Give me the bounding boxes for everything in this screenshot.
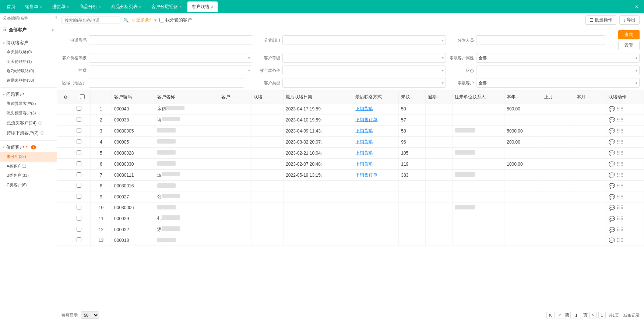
- close-tab-purchase[interactable]: ×: [67, 5, 69, 9]
- first-page-btn[interactable]: K: [546, 312, 554, 318]
- export-button[interactable]: ↓ 导出: [619, 15, 640, 25]
- select-all-checkbox[interactable]: [80, 94, 85, 99]
- my-customers-checkbox[interactable]: 我分管的客户: [159, 17, 192, 23]
- row-checkbox[interactable]: [77, 237, 81, 242]
- col-settings[interactable]: ⚙: [57, 91, 74, 103]
- sidebar-all-customers[interactable]: ⠿ 全部客户 «: [0, 25, 57, 35]
- col-overdue-header[interactable]: 逾期...: [426, 91, 453, 103]
- row-checkbox[interactable]: [77, 194, 81, 199]
- level-select[interactable]: [282, 53, 446, 63]
- phone-action-icon[interactable]: 💬: [609, 194, 615, 200]
- phone-action-icon[interactable]: 💬: [609, 183, 615, 189]
- close-tab-customer-contact[interactable]: ×: [211, 5, 213, 9]
- row-checkbox[interactable]: [77, 128, 81, 133]
- sidebar-item-churn-warning[interactable]: 流失预警客户(3): [0, 109, 57, 118]
- sidebar-group-value-title[interactable]: ▾ 价值客户 ↻ ●: [0, 143, 57, 152]
- phone-action-icon[interactable]: 💬: [609, 237, 615, 243]
- nav-tab-analysis[interactable]: 商品分析 ×: [75, 1, 105, 12]
- sidebar-search-input[interactable]: [3, 16, 54, 20]
- nav-home[interactable]: 首页: [3, 4, 19, 10]
- more-action-icon[interactable]: ⠿⠿: [616, 161, 624, 167]
- phone-action-icon[interactable]: 💬: [609, 117, 615, 123]
- sidebar-item-class-a[interactable]: A类客户(1): [0, 162, 57, 171]
- col-year-header[interactable]: 本年...: [504, 91, 542, 103]
- last-method-link[interactable]: 下销货单: [355, 106, 373, 111]
- col-partner-contacts-header[interactable]: 往来单位联系人: [452, 91, 504, 103]
- row-checkbox[interactable]: [77, 161, 81, 166]
- close-tab-analysis[interactable]: ×: [99, 5, 101, 9]
- dept-select[interactable]: [282, 35, 446, 45]
- more-action-icon[interactable]: ⠿⠿: [616, 139, 624, 145]
- nav-tab-purchase[interactable]: 进货单 ×: [48, 1, 74, 12]
- phone-action-icon[interactable]: 💬: [609, 161, 615, 167]
- sidebar-item-class-c[interactable]: C类客户(6): [0, 180, 57, 190]
- phone-input[interactable]: [89, 35, 252, 45]
- col-contact-header[interactable]: 联络...: [251, 91, 283, 103]
- more-action-icon[interactable]: ⠿⠿: [616, 117, 624, 123]
- col-uncontacted-header[interactable]: 未联...: [399, 91, 426, 103]
- phone-action-icon[interactable]: 💬: [609, 139, 615, 145]
- row-checkbox[interactable]: [77, 150, 81, 155]
- page-input[interactable]: [570, 312, 582, 318]
- sidebar-item-ungroup[interactable]: 未分组(32): [0, 152, 57, 162]
- row-checkbox[interactable]: [77, 216, 81, 221]
- gender-select[interactable]: [89, 66, 252, 75]
- sidebar-group-problem-title[interactable]: ▾ 问题客户: [0, 90, 57, 99]
- nav-tab-customer-contact[interactable]: 客户联络 ×: [187, 1, 218, 12]
- region-input[interactable]: [89, 78, 244, 88]
- col-thismonth-header[interactable]: 本月...: [574, 91, 606, 103]
- phone-action-icon[interactable]: 💬: [609, 205, 615, 211]
- more-action-icon[interactable]: ⠿⠿: [616, 172, 624, 178]
- close-tab-customer-mgmt[interactable]: ×: [179, 5, 182, 9]
- search-input[interactable]: [61, 17, 120, 24]
- sidebar-item-overdue[interactable]: 逾期未联络(30): [0, 76, 57, 85]
- row-checkbox[interactable]: [77, 227, 81, 232]
- nav-tab-analysis-list[interactable]: 商品分析列表 ×: [107, 1, 146, 12]
- row-checkbox[interactable]: [77, 183, 81, 188]
- col-code-header[interactable]: 客户编码: [112, 91, 155, 103]
- batch-op-button[interactable]: ☰ 批量操作: [585, 15, 616, 25]
- sidebar-item-class-b[interactable]: B类客户(33): [0, 171, 57, 180]
- more-action-icon[interactable]: ⠿⠿: [616, 150, 624, 156]
- close-tab-sales[interactable]: ×: [40, 5, 42, 9]
- sidebar-group-pending-title[interactable]: ▾ 待联络客户: [0, 38, 57, 47]
- last-page-btn[interactable]: 1: [598, 312, 606, 318]
- row-checkbox[interactable]: [77, 117, 81, 122]
- retail-customer-select[interactable]: 全部: [476, 78, 640, 88]
- query-button[interactable]: 查询: [618, 30, 640, 39]
- staff-input[interactable]: [476, 35, 605, 45]
- nav-tab-sales[interactable]: 销售单 ×: [21, 1, 46, 12]
- value-refresh-icon[interactable]: ↻: [25, 145, 29, 150]
- retail-attr-select[interactable]: 全部: [476, 53, 640, 63]
- phone-action-icon[interactable]: 💬: [609, 150, 615, 156]
- phone-action-icon[interactable]: 💬: [609, 128, 615, 134]
- close-tab-analysis-list[interactable]: ×: [139, 5, 141, 9]
- col-type-header[interactable]: 客户...: [219, 91, 251, 103]
- close-all-tabs[interactable]: ×: [632, 4, 641, 10]
- phone-action-icon[interactable]: 💬: [609, 216, 615, 222]
- row-checkbox[interactable]: [77, 106, 81, 111]
- sidebar-item-declining[interactable]: 持续下滑客户(2) ⓘ: [0, 128, 57, 138]
- price-select[interactable]: [89, 53, 252, 63]
- more-action-icon[interactable]: ⠿⠿: [616, 106, 624, 112]
- per-page-select[interactable]: 50: [81, 311, 99, 319]
- more-action-icon[interactable]: ⠿⠿: [616, 128, 624, 134]
- my-customers-check[interactable]: [159, 18, 164, 22]
- more-action-icon[interactable]: ⠿⠿: [616, 194, 624, 200]
- last-method-link[interactable]: 下销货单: [355, 150, 373, 155]
- col-lastmonth-header[interactable]: 上月...: [542, 91, 574, 103]
- sidebar-collapse-btn[interactable]: «: [52, 28, 54, 32]
- customer-type-select[interactable]: [282, 78, 446, 88]
- last-method-link[interactable]: 下销货单: [355, 161, 373, 166]
- prev-page-btn[interactable]: <: [556, 312, 563, 318]
- more-action-icon[interactable]: ⠿⠿: [616, 216, 624, 222]
- phone-action-icon[interactable]: 💬: [609, 227, 615, 233]
- last-method-link[interactable]: 下销货单: [355, 139, 373, 144]
- more-action-icon[interactable]: ⠿⠿: [616, 205, 624, 211]
- row-checkbox[interactable]: [77, 139, 81, 144]
- region-more-btn[interactable]: ···: [246, 81, 252, 85]
- row-checkbox[interactable]: [77, 172, 81, 177]
- next-page-btn[interactable]: >: [589, 312, 597, 318]
- more-action-icon[interactable]: ⠿⠿: [616, 183, 624, 189]
- last-method-link[interactable]: 下销售订单: [355, 172, 377, 177]
